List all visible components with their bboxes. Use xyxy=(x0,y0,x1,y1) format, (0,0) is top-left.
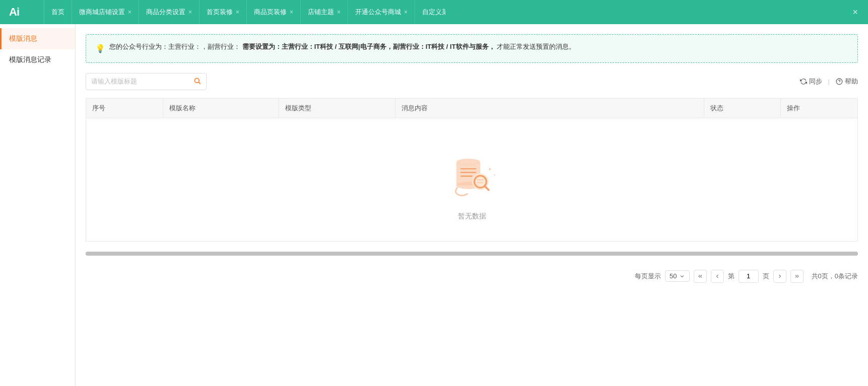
nav-tab-1[interactable]: 微商城店铺设置× xyxy=(72,0,139,24)
nav-tab-4[interactable]: 商品页装修× xyxy=(247,0,301,24)
search-input[interactable] xyxy=(91,78,193,85)
nav-tab-0[interactable]: 首页 xyxy=(44,0,72,24)
prev-page-button[interactable] xyxy=(711,270,724,283)
table-header: 序号模版名称模版类型消息内容状态操作 xyxy=(86,98,858,118)
help-label: 帮助 xyxy=(845,77,858,86)
sidebar-item-0[interactable]: 模版消息 xyxy=(0,28,75,49)
sync-button[interactable]: 同步 xyxy=(800,77,822,86)
nav-tabs: 首页微商城店铺设置×商品分类设置×首页装修×商品页装修×店铺主题×开通公众号商城… xyxy=(44,0,445,24)
page-keyword: 第 xyxy=(728,272,735,281)
search-input-wrap[interactable] xyxy=(86,73,207,90)
nav-tab-label-5: 店铺主题 xyxy=(308,8,334,17)
search-button[interactable] xyxy=(193,77,201,86)
nav-tab-6[interactable]: 开通公众号商城× xyxy=(348,0,415,24)
svg-line-1 xyxy=(198,82,200,84)
notice-highlight: 需要设置为：主营行业：IT科技 / 互联网|电子商务，副营行业：IT科技 / I… xyxy=(242,43,495,50)
table-col-0: 序号 xyxy=(86,98,163,118)
total-label: 共0页，0条记录 xyxy=(812,272,858,281)
content-area: 💡 您的公众号行业为：主营行业：，副营行业： 需要设置为：主营行业：IT科技 /… xyxy=(76,24,868,386)
notice-banner: 💡 您的公众号行业为：主营行业：，副营行业： 需要设置为：主营行业：IT科技 /… xyxy=(86,34,858,63)
nav-tab-label-6: 开通公众号商城 xyxy=(355,8,401,17)
chevron-down-icon xyxy=(679,273,685,279)
scroll-thumb[interactable] xyxy=(86,252,858,256)
page-size-value: 50 xyxy=(670,272,677,280)
svg-text:✦: ✦ xyxy=(488,167,492,172)
sidebar-item-1[interactable]: 模版消息记录 xyxy=(0,49,75,70)
sidebar: 模版消息模版消息记录 xyxy=(0,24,76,386)
page-unit: 页 xyxy=(763,272,769,281)
empty-state: ✦ ✦ 暂无数据 xyxy=(86,118,857,241)
notice-suffix: 才能正常发送预置的消息。 xyxy=(497,43,575,50)
nav-tab-2[interactable]: 商品分类设置× xyxy=(139,0,199,24)
nav-tab-close-4[interactable]: × xyxy=(290,9,293,16)
nav-tab-close-6[interactable]: × xyxy=(404,9,408,16)
nav-tab-5[interactable]: 店铺主题× xyxy=(301,0,348,24)
toolbar-right: 同步 | 帮助 xyxy=(800,77,858,86)
nav-tab-label-3: 首页装修 xyxy=(207,8,233,17)
svg-text:✦: ✦ xyxy=(493,173,496,177)
notice-text: 您的公众号行业为：主营行业：，副营行业： 需要设置为：主营行业：IT科技 / 互… xyxy=(109,42,575,52)
nav-tab-close-1[interactable]: × xyxy=(128,9,131,16)
help-button[interactable]: 帮助 xyxy=(836,77,858,86)
table-col-5: 操作 xyxy=(781,98,858,118)
nav-tab-close-2[interactable]: × xyxy=(188,9,192,16)
table-col-4: 状态 xyxy=(704,98,781,118)
sync-label: 同步 xyxy=(809,77,822,86)
top-nav: Ai 首页微商城店铺设置×商品分类设置×首页装修×商品页装修×店铺主题×开通公众… xyxy=(0,0,868,24)
table-scroll-bar[interactable] xyxy=(86,252,858,256)
nav-tab-label-2: 商品分类设置 xyxy=(146,8,185,17)
search-bar: 同步 | 帮助 xyxy=(86,73,858,90)
page-size-label: 每页显示 xyxy=(635,272,661,281)
notice-icon: 💡 xyxy=(95,42,105,55)
nav-tab-close-3[interactable]: × xyxy=(236,9,239,16)
global-close-button[interactable]: × xyxy=(847,7,864,18)
notice-prefix: 您的公众号行业为：主营行业：，副营行业： xyxy=(109,43,240,50)
table-empty-row: ✦ ✦ 暂无数据 xyxy=(86,118,858,241)
nav-tab-label-7: 自定义菜单 xyxy=(422,8,445,17)
empty-text: 暂无数据 xyxy=(458,212,486,221)
toolbar-divider: | xyxy=(828,78,830,85)
last-page-button[interactable] xyxy=(790,270,804,283)
nav-tab-label-1: 微商城店铺设置 xyxy=(79,8,125,17)
nav-tab-3[interactable]: 首页装修× xyxy=(199,0,247,24)
empty-illustration: ✦ ✦ xyxy=(444,148,500,204)
table-body: ✦ ✦ 暂无数据 xyxy=(86,118,858,241)
logo: Ai xyxy=(4,0,44,24)
data-table: 序号模版名称模版类型消息内容状态操作 xyxy=(86,98,858,242)
nav-tab-label-4: 商品页装修 xyxy=(254,8,287,17)
page-size-select[interactable]: 50 xyxy=(665,270,689,282)
svg-point-0 xyxy=(195,78,199,83)
nav-tab-close-5[interactable]: × xyxy=(337,9,341,16)
main-layout: 模版消息模版消息记录 💡 您的公众号行业为：主营行业：，副营行业： 需要设置为：… xyxy=(0,24,868,386)
next-page-button[interactable] xyxy=(773,270,786,283)
first-page-button[interactable] xyxy=(694,270,707,283)
nav-tab-label-0: 首页 xyxy=(51,8,64,17)
table-col-1: 模版名称 xyxy=(163,98,279,118)
pagination: 每页显示 50 第 页 共0页，0条记录 xyxy=(86,266,858,287)
nav-tab-7[interactable]: 自定义菜单× xyxy=(415,0,445,24)
table-col-2: 模版类型 xyxy=(279,98,395,118)
table-col-3: 消息内容 xyxy=(395,98,704,118)
page-number-input[interactable] xyxy=(739,270,759,283)
